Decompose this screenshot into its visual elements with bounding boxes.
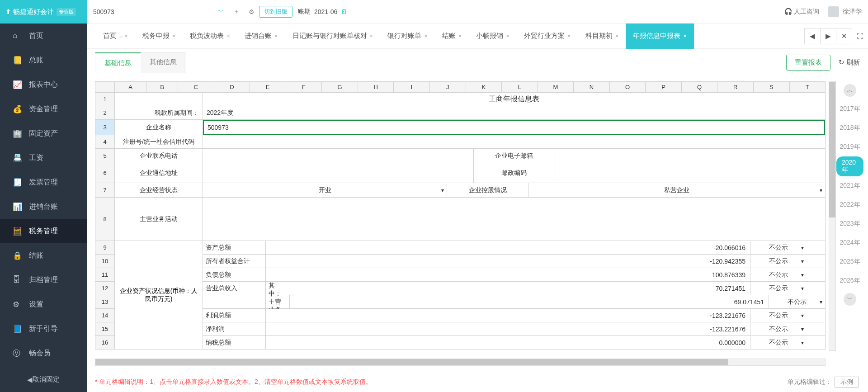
nav-发票管理[interactable]: 🧾发票管理 [0,170,87,194]
row-header[interactable]: 10 [95,255,115,268]
tab-外贸行业方案[interactable]: 外贸行业方案× [517,24,578,49]
tab-小畅报销[interactable]: 小畅报销× [469,24,517,49]
spreadsheet[interactable]: ABCDEFGHIJKLMNOPQRST 1工商年报信息表2税款所属期间：202… [95,81,826,362]
dropdown-icon[interactable]: ▾ [801,272,804,278]
col-header[interactable]: K [466,81,502,93]
year-2020年[interactable]: 2020年 [836,156,863,176]
year-2026年[interactable]: 2026年 [840,271,860,290]
row-content[interactable] [203,135,826,149]
horizontal-scrollbar[interactable] [95,359,826,366]
row-header[interactable]: 15 [95,322,115,336]
col-header[interactable]: S [754,81,790,93]
dropdown-icon[interactable]: ▾ [801,312,804,319]
col-header[interactable]: D [214,81,250,93]
year-2024年[interactable]: 2024年 [840,233,860,252]
year-2022年[interactable]: 2022年 [840,195,860,214]
year-up[interactable]: ︿ [844,84,856,97]
row-header[interactable]: 9 [95,241,115,255]
row-header[interactable]: 7 [95,183,115,198]
dropdown-icon[interactable]: ▾ [441,187,444,194]
nav-工资[interactable]: 📇工资 [0,146,87,170]
nav-进销台账[interactable]: 📊进销台账 [0,194,87,219]
row-label[interactable]: 主营业务活动 [115,198,203,241]
row-content[interactable]: 其中：主营业务收入69.071451不公示▾ [203,295,826,309]
nav-报表中心[interactable]: 📈报表中心 [0,72,87,97]
tab-税务申报[interactable]: 税务申报× [135,24,183,49]
year-2017年[interactable]: 2017年 [840,99,860,118]
tab-结账[interactable]: 结账× [435,24,469,49]
col-header[interactable]: A [115,81,146,93]
row-header[interactable]: 4 [95,135,115,149]
close-icon[interactable]: × [370,33,373,39]
nav-资金管理[interactable]: 💰资金管理 [0,97,87,121]
sheet-corner[interactable] [95,81,115,93]
year-2025年[interactable]: 2025年 [840,252,860,271]
year-down[interactable]: ﹀ [844,293,856,306]
row-label[interactable]: 企业通信地址 [115,163,203,183]
row-content[interactable]: 利润总额-123.221676不公示▾ [203,309,826,322]
row-content[interactable]: 邮政编码 [203,163,826,183]
nav-税务管理[interactable]: 🧮税务管理 [0,219,87,243]
tab-进销台账[interactable]: 进销台账× [237,24,285,49]
row-header[interactable]: 12 [95,282,115,295]
row-content[interactable]: 纳税总额0.000000不公示▾ [203,336,826,349]
row-header[interactable]: 6 [95,163,115,183]
row-content[interactable]: 2022年度 [203,106,826,120]
row-content[interactable]: 工商年报信息表 [203,93,826,106]
col-header[interactable]: E [250,81,286,93]
year-2023年[interactable]: 2023年 [840,214,860,233]
dropdown-icon[interactable]: ▾ [801,340,804,346]
row-label[interactable]: 企业经营状态 [115,183,203,198]
row-header[interactable]: 3 [95,120,115,135]
subtab-basic[interactable]: 基础信息 [95,52,141,73]
year-2018年[interactable]: 2018年 [840,118,860,137]
close-icon[interactable]: × [683,33,687,39]
refresh-button[interactable]: ↻ 刷新 [839,58,860,67]
row-content[interactable]: 营业总收入70.271451不公示▾ [203,282,826,295]
tab-日记账与银行对账单核对[interactable]: 日记账与银行对账单核对× [285,24,381,49]
tab-年报信息申报表[interactable]: 年报信息申报表× [626,24,694,49]
year-2021年[interactable]: 2021年 [840,176,860,195]
row-content[interactable]: 资产总额-20.066016不公示▾ [203,241,826,255]
row-header[interactable]: 1 [95,93,115,106]
close-icon[interactable]: × [615,33,619,39]
col-header[interactable]: Q [682,81,718,93]
col-header[interactable]: F [286,81,322,93]
close-icon[interactable]: × [567,33,571,39]
tabs-next[interactable]: ▶ [820,28,836,44]
row-label[interactable]: 企业联系电话 [115,149,203,163]
col-header[interactable]: C [178,81,214,93]
col-header[interactable]: I [394,81,430,93]
tabs-prev[interactable]: ◀ [804,28,821,44]
vertical-scrollbar[interactable] [829,81,836,351]
col-header[interactable]: M [538,81,574,93]
nav-设置[interactable]: ⚙设置 [0,292,87,316]
row-header[interactable]: 13 [95,295,115,309]
close-icon[interactable]: × [226,33,230,39]
tab-税负波动表[interactable]: 税负波动表× [183,24,237,49]
row-content[interactable]: 所有者权益合计-120.942355不公示▾ [203,255,826,268]
col-header[interactable]: L [502,81,538,93]
period-value[interactable]: 2021-06 [314,8,337,15]
settings-icon[interactable]: ⚙ [249,8,255,15]
col-header[interactable]: J [430,81,466,93]
col-header[interactable]: B [146,81,178,93]
dropdown-icon[interactable]: ▾ [801,326,804,332]
row-label[interactable]: 注册号/统一社会信用代码 [115,135,203,149]
row-header[interactable]: 16 [95,336,115,349]
consult-button[interactable]: 🎧 人工咨询 [784,8,819,16]
nav-归档管理[interactable]: 🗄归档管理 [0,268,87,292]
calendar-icon[interactable]: 🗓 [341,8,347,15]
nav-结账[interactable]: 🔒结账 [0,243,87,268]
add-button[interactable]: ＋ [233,8,240,16]
close-icon[interactable]: × [458,33,462,39]
col-header[interactable]: N [574,81,610,93]
close-icon[interactable]: × [424,33,428,39]
tab-银行对账单[interactable]: 银行对账单× [380,24,435,49]
col-header[interactable]: P [646,81,682,93]
row-header[interactable]: 2 [95,106,115,120]
col-header[interactable]: T [790,81,826,93]
row-content[interactable] [203,198,826,241]
col-header[interactable]: G [322,81,358,93]
nav-首页[interactable]: ⌂首页 [0,24,87,48]
